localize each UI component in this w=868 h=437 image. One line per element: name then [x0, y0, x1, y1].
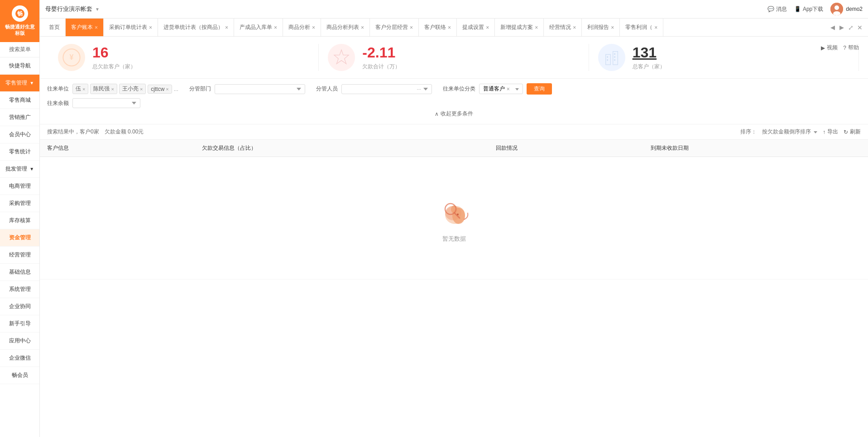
tab-profit-report[interactable]: 利润报告 ×: [582, 19, 620, 36]
tag-close-icon[interactable]: ×: [82, 86, 85, 92]
chevron-up-icon: ∧: [435, 111, 439, 117]
tab-close-icon[interactable]: ×: [361, 24, 364, 31]
svg-rect-14: [614, 59, 615, 61]
tab-scroll-right[interactable]: ▶: [837, 23, 846, 32]
person-clear-icon[interactable]: ···: [417, 86, 421, 92]
tab-customers[interactable]: 客户账本 ×: [66, 19, 104, 36]
tag-close-icon[interactable]: ×: [507, 86, 510, 92]
tab-goods-analysis[interactable]: 商品分析 ×: [283, 19, 321, 36]
sidebar-item-cooperation[interactable]: 企业协同: [0, 298, 39, 315]
sidebar-item-retailmall[interactable]: 零售商城: [0, 92, 39, 109]
search-result-text: 搜索结果中，客户0家: [47, 128, 99, 136]
account-header: 母婴行业演示帐套 ▼ 💬 消息 📱 App下载 demo2: [40, 0, 868, 19]
help-btn[interactable]: ? 帮助: [843, 44, 859, 52]
account-selector[interactable]: 母婴行业演示帐套 ▼: [45, 5, 100, 13]
tab-product-in[interactable]: 产成品入库单 ×: [234, 19, 283, 36]
sidebar-item-wholesale[interactable]: 批发管理 ▼: [0, 161, 39, 178]
person-select-wrapper: ···: [341, 84, 432, 94]
tab-home[interactable]: 首页: [43, 19, 66, 36]
tab-raise-settings[interactable]: 提成设置 ×: [457, 19, 495, 36]
tab-close-icon[interactable]: ×: [535, 24, 538, 31]
sidebar-item-purchase[interactable]: 采购管理: [0, 195, 39, 212]
sidebar-item-finance[interactable]: 资金管理: [0, 229, 39, 247]
yuan-icon: ¥: [58, 44, 85, 71]
sidebar-item-weixin[interactable]: 企业微信: [0, 350, 39, 367]
user-account[interactable]: demo2: [830, 3, 863, 15]
balance-select[interactable]: [72, 98, 140, 108]
svg-text:畅: 畅: [17, 10, 23, 17]
tab-purchase-order[interactable]: 采购订单统计表 ×: [104, 19, 158, 36]
sidebar-search[interactable]: 搜索菜单: [0, 42, 39, 57]
sidebar-item-marketing[interactable]: 营销推广: [0, 109, 39, 126]
sidebar-item-retailstat[interactable]: 零售统计: [0, 143, 39, 161]
tab-new-raise[interactable]: 新增提成方案 ×: [495, 19, 544, 36]
stat-debit-amount: -2.11 欠款合计（万）: [319, 44, 589, 71]
tab-close-icon[interactable]: ×: [410, 24, 413, 31]
message-btn[interactable]: 💬 消息: [767, 5, 787, 13]
export-btn[interactable]: ↑ 导出: [823, 128, 838, 136]
chevron-down-icon: [513, 86, 519, 92]
tab-close-icon[interactable]: ×: [149, 24, 152, 31]
sidebar-item-basic[interactable]: 基础信息: [0, 264, 39, 281]
video-btn[interactable]: ▶ 视频: [821, 44, 838, 52]
tab-close-icon[interactable]: ×: [486, 24, 489, 31]
tab-close-icon[interactable]: ×: [274, 24, 277, 31]
tab-operation-status[interactable]: 经营情况 ×: [544, 19, 582, 36]
app-download-btn[interactable]: 📱 App下载: [794, 5, 823, 13]
sidebar-item-vip[interactable]: 畅会员: [0, 367, 39, 384]
tab-close-all-icon[interactable]: ✕: [855, 23, 864, 32]
tab-close-icon[interactable]: ×: [611, 24, 614, 31]
tag-close-icon[interactable]: ×: [140, 86, 143, 92]
content-area: ¥ 16 总欠款客户（家） -2.11 欠款合计（万）: [40, 37, 868, 437]
tab-retail-profit[interactable]: 零售利润（ ×: [620, 19, 663, 36]
collapse-btn[interactable]: ∧ 收起更多条件: [435, 110, 473, 118]
unit-type-select[interactable]: 普通客户 ×: [479, 84, 523, 94]
sidebar: 畅 畅捷通好生意 标版 搜索菜单 快捷导航 零售管理 ▼ 零售商城 营销推广 会…: [0, 0, 40, 437]
col-due-date: 到期未收款日期: [643, 140, 868, 157]
tab-close-icon[interactable]: ×: [573, 24, 576, 31]
tab-close-icon[interactable]: ×: [654, 24, 657, 31]
table-header-row: 客户信息 欠款交易信息（占比） 回款情况 到期未收款日期: [40, 140, 868, 157]
search-button[interactable]: 查询: [527, 83, 552, 95]
tab-customer-tier[interactable]: 客户分层经营 ×: [370, 19, 419, 36]
sidebar-item-quicknav[interactable]: 快捷导航: [0, 57, 39, 75]
sidebar-item-ecommerce[interactable]: 电商管理: [0, 178, 39, 195]
tab-close-icon[interactable]: ×: [95, 24, 98, 31]
sidebar-item-appcenter[interactable]: 应用中心: [0, 332, 39, 350]
empty-state: 暂无数据: [40, 157, 868, 279]
tab-close-icon[interactable]: ×: [312, 24, 315, 31]
tab-customer-link[interactable]: 客户联络 ×: [419, 19, 457, 36]
tab-close-icon[interactable]: ×: [225, 24, 228, 31]
sidebar-item-member[interactable]: 会员中心: [0, 126, 39, 143]
sidebar-item-system[interactable]: 系统管理: [0, 281, 39, 298]
sidebar-item-newguide[interactable]: 新手引导: [0, 315, 39, 332]
svg-rect-10: [607, 56, 608, 57]
sort-select-wrapper[interactable]: 按欠款金额倒序排序: [762, 128, 817, 136]
dept-select[interactable]: [215, 84, 305, 94]
star-icon: [328, 44, 355, 71]
tag-close-icon[interactable]: ×: [111, 86, 114, 92]
sidebar-item-retail[interactable]: 零售管理 ▼: [0, 75, 39, 92]
tab-close-icon[interactable]: ×: [448, 24, 451, 31]
chevron-down-icon: ▼: [95, 7, 100, 12]
toolbar-right: 排序： 按欠款金额倒序排序 ↑ 导出 ↻ 刷新: [740, 128, 861, 136]
refresh-icon: ↻: [844, 129, 848, 135]
topbar-actions: 💬 消息 📱 App下载 demo2: [767, 3, 863, 15]
stat-total-customers: 131 总客户（家）: [589, 44, 859, 71]
tab-scroll-left[interactable]: ◀: [828, 23, 837, 32]
tab-expand-icon[interactable]: ⤢: [846, 23, 855, 32]
tab-stock-in[interactable]: 进货单统计表（按商品） ×: [158, 19, 234, 36]
sidebar-item-operation[interactable]: 经营管理: [0, 247, 39, 264]
stat-debit-customers-content: 16 总欠款客户（家）: [92, 44, 136, 71]
filter-row-1: 往来单位 伍 × 陈民强 × 王小亮 × cjttcw: [47, 83, 861, 95]
refresh-btn[interactable]: ↻ 刷新: [844, 128, 861, 136]
sidebar-item-inventory[interactable]: 库存核算: [0, 212, 39, 229]
tag-close-icon[interactable]: ×: [166, 86, 168, 92]
filter-more-tags-btn[interactable]: ...: [174, 86, 178, 92]
svg-point-3: [834, 5, 839, 10]
filter-tag-3: 王小亮 ×: [119, 84, 146, 94]
tab-goods-list[interactable]: 商品分析列表 ×: [321, 19, 370, 36]
table-toolbar: 搜索结果中，客户0家 欠款金额 0.00元 排序： 按欠款金额倒序排序 ↑ 导出…: [40, 124, 868, 140]
unit-label: 往来单位: [47, 85, 69, 93]
balance-select-wrapper: [72, 98, 140, 108]
